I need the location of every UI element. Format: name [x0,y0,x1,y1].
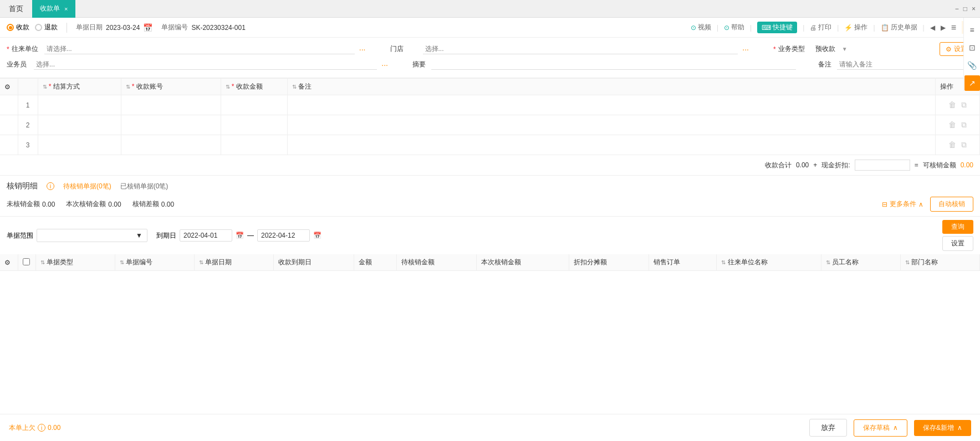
summary-input[interactable] [431,59,796,70]
filter-setting-btn[interactable]: 设置 [942,236,973,251]
table-row: 3 🗑 ⧉ [0,135,980,155]
row-3-settle[interactable] [38,135,121,155]
col-settle-header: ⇅ * 结算方式 [38,79,121,95]
row-2-settle[interactable] [38,115,121,135]
delete-icon-2[interactable]: 🗑 [948,120,956,129]
order-info-icon[interactable]: i [38,424,45,432]
row-2-account[interactable] [121,115,221,135]
video-btn[interactable]: ⊙ 视频 [691,23,711,32]
biz-type-chevron[interactable]: ▼ [842,46,848,52]
writeoff-table: ⚙ ⇅ 单据类型 ⇅ 单据编号 [0,254,980,271]
next-btn[interactable]: ▶ [941,24,946,32]
table-row: 1 🗑 ⧉ [0,95,980,115]
calendar-to-icon[interactable]: 📅 [313,232,321,239]
range-chevron: ▼ [136,232,142,239]
receipt-radio-dot [7,24,14,31]
available-value: 0.00 [961,161,973,169]
query-btn[interactable]: 查询 [942,220,973,234]
copy-icon-3[interactable]: ⧉ [961,140,967,149]
counterparty-input[interactable] [44,44,355,54]
col-account-header: ⇅ * 收款账号 [121,79,221,95]
help-btn[interactable]: ⊙ 帮助 [724,23,744,32]
draft-button[interactable]: 保存草稿 ∧ [854,419,907,437]
staff-more-icon[interactable]: ··· [379,60,390,69]
date-from-input[interactable] [180,229,232,242]
auto-writeoff-btn[interactable]: 自动核销 [930,197,973,212]
total-label: 收款合计 [765,161,792,170]
sidebar-icon-2[interactable]: ⊡ [964,40,980,55]
select-all-checkbox[interactable] [23,258,30,265]
col-setting-header[interactable]: ⚙ [0,79,18,95]
discount-input[interactable] [855,160,910,171]
copy-icon-2[interactable]: ⧉ [961,120,967,129]
tab-receipt[interactable]: 收款单 × [32,0,75,18]
row-1-account[interactable] [121,95,221,115]
calendar-from-icon[interactable]: 📅 [236,232,244,239]
sort-icon-3: ⇅ [226,84,230,90]
col-check-header: ⚙ [0,254,18,271]
history-icon: 📋 [881,24,889,32]
writeoff-info-icon[interactable]: i [47,182,54,190]
bottom-table-wrap: ⚙ ⇅ 单据类型 ⇅ 单据编号 [0,254,980,414]
date-value[interactable]: 2023-03-24 [106,24,140,32]
col-dept-header: ⇅ 部门名称 [900,254,979,271]
staff-input[interactable] [34,59,377,70]
tab-home[interactable]: 首页 [0,0,32,18]
draft-chevron[interactable]: ∧ [893,424,898,432]
date-to-input[interactable] [257,229,310,242]
print-btn[interactable]: 🖨 打印 [810,23,831,32]
row-1-settle[interactable] [38,95,121,115]
maximize-btn[interactable]: □ [963,5,967,13]
row-1-amount[interactable] [221,95,287,115]
range-select[interactable]: ▼ [37,229,147,242]
delete-icon-1[interactable]: 🗑 [948,100,956,109]
remark-label: 备注 [818,60,835,69]
row-3-account[interactable] [121,135,221,155]
delete-icon-3[interactable]: 🗑 [948,140,956,149]
receipt-radio[interactable]: 收款 [7,23,29,32]
row-3-num: 3 [18,135,38,155]
row-2-amount[interactable] [221,115,287,135]
save-chevron[interactable]: ∧ [957,424,962,432]
store-more-icon[interactable]: ··· [740,45,751,54]
sidebar-icon-4[interactable]: ↗ [964,75,980,91]
calendar-icon[interactable]: 📅 [143,23,152,32]
discard-button[interactable]: 放弃 [809,419,847,437]
col-pending-header: 待核销金额 [396,254,476,271]
operation-btn[interactable]: ⚡ 操作 [844,23,867,32]
row-3-note[interactable] [287,135,936,155]
equals-sign: = [915,161,918,169]
shortcut-btn[interactable]: ⌨ 快捷键 [757,22,797,33]
refund-radio[interactable]: 退款 [35,23,58,32]
counterparty-more-icon[interactable]: ··· [357,45,368,54]
staff-label: 业务员 [7,60,32,69]
store-input[interactable] [423,44,738,54]
history-btn[interactable]: 📋 历史单据 [881,23,917,32]
col-amount-header: 金额 [354,254,396,271]
sidebar-icon-1[interactable]: ≡ [964,22,980,38]
layout-btn1[interactable]: ≡ [951,23,956,33]
minimize-btn[interactable]: − [955,5,959,13]
col-date-header: ⇅ 单据日期 [194,254,273,271]
more-conditions-btn[interactable]: ⊟ 更多条件 ∧ [882,199,923,209]
row-2-note[interactable] [287,115,936,135]
prev-btn[interactable]: ◀ [930,24,935,32]
tab-close-icon[interactable]: × [64,6,68,12]
pending-tab[interactable]: 待核销单据(0笔) [63,182,111,191]
sep7: | [923,24,925,32]
sep6: | [873,24,875,32]
remark-input[interactable] [837,59,973,70]
sidebar-icon-3[interactable]: 📎 [964,58,980,73]
date-field: 单据日期 2023-03-24 📅 [76,23,152,32]
col-staff-header: ⇅ 员工名称 [821,254,900,271]
current-stat: 本次核销金额 0.00 [66,199,121,209]
close-btn[interactable]: × [972,5,976,13]
save-button[interactable]: 保存&新增 ∧ [914,420,971,436]
counterparty-field: * 往来单位 ··· [7,44,368,54]
done-tab[interactable]: 已核销单据(0笔) [120,182,169,191]
row-3-amount[interactable] [221,135,287,155]
copy-icon-1[interactable]: ⧉ [961,100,967,109]
col-setting-icon[interactable]: ⚙ [4,259,11,266]
row-1-setting [0,95,18,115]
row-1-note[interactable] [287,95,936,115]
